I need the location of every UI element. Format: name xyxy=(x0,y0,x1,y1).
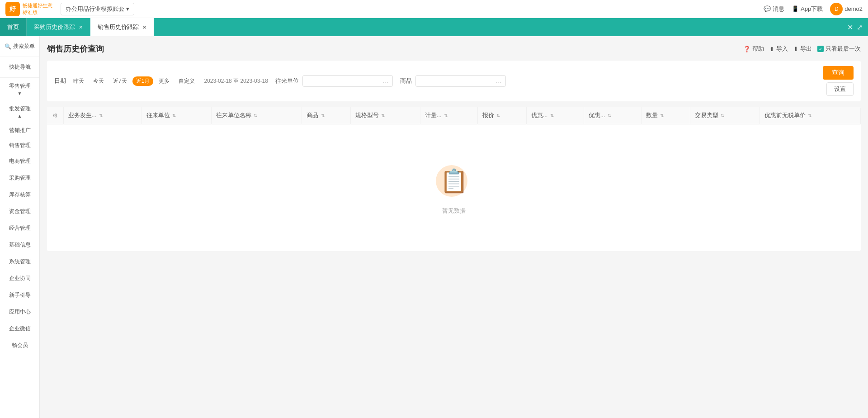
wholesale-arrow-icon: ▲ xyxy=(18,114,22,119)
sidebar-search-section: 🔍 搜索菜单 xyxy=(0,36,39,57)
product-input[interactable] xyxy=(420,78,496,85)
sidebar-item-marketing[interactable]: 营销推广 xyxy=(0,123,39,138)
shortcut-1month[interactable]: 近1月 xyxy=(132,76,154,86)
filter-bar: 日期 昨天 今天 近7天 近1月 更多 自定义 2023-02-18 至 202… xyxy=(47,61,861,101)
sort-icon: ⇅ xyxy=(660,113,664,118)
empty-text: 暂无数据 xyxy=(442,207,466,215)
sidebar: 🔍 搜索菜单 快捷导航 零售管理 ▼ 批发管理 ▲ 营销推广 销售管理 电商管理… xyxy=(0,36,40,418)
sidebar-item-quick-nav[interactable]: 快捷导航 xyxy=(0,60,39,75)
th-unit[interactable]: 计量... ⇅ xyxy=(420,107,477,124)
chevron-down-icon: ▾ xyxy=(126,5,129,12)
import-icon: ⬆ xyxy=(769,46,774,52)
unit-filter: 往来单位 ... xyxy=(275,75,393,87)
tab-purchase-history[interactable]: 采购历史价跟踪 ✕ xyxy=(27,18,90,36)
unit-input-wrap[interactable]: ... xyxy=(302,75,393,87)
sort-icon: ⇅ xyxy=(550,113,554,118)
th-quantity[interactable]: 数量 ⇅ xyxy=(641,107,690,124)
product-picker-icon[interactable]: ... xyxy=(495,77,501,85)
product-filter: 商品 ... xyxy=(400,75,506,87)
page-header-actions: ❓ 帮助 ⬆ 导入 ⬇ 导出 ✓ 只看最后一次 xyxy=(743,45,861,53)
topbar-left: 好 畅捷通好生意 标准版 办公用品行业模拟账套 ▾ xyxy=(5,2,134,16)
th-settings[interactable]: ⚙ xyxy=(47,107,63,124)
export-icon: ⬇ xyxy=(793,46,798,52)
sort-icon: ⇅ xyxy=(496,113,500,118)
sidebar-item-finance[interactable]: 资金管理 xyxy=(0,203,39,220)
sidebar-item-wechat[interactable]: 企业微信 xyxy=(0,320,39,337)
content-area: 销售历史价查询 ❓ 帮助 ⬆ 导入 ⬇ 导出 ✓ 只看最后一次 xyxy=(40,36,868,418)
date-filter: 日期 昨天 今天 近7天 近1月 更多 自定义 2023-02-18 至 202… xyxy=(54,76,268,86)
sidebar-item-system[interactable]: 系统管理 xyxy=(0,253,39,270)
date-label: 日期 xyxy=(54,77,66,85)
app-selector[interactable]: 办公用品行业模拟账套 ▾ xyxy=(61,3,134,15)
settings-button[interactable]: 设置 xyxy=(826,82,854,96)
main-layout: 🔍 搜索菜单 快捷导航 零售管理 ▼ 批发管理 ▲ 营销推广 销售管理 电商管理… xyxy=(0,36,868,418)
sidebar-item-purchase[interactable]: 采购管理 xyxy=(0,170,39,186)
sidebar-item-basic[interactable]: 基础信息 xyxy=(0,237,39,253)
only-last-checkbox[interactable]: ✓ 只看最后一次 xyxy=(817,45,861,53)
avatar: D xyxy=(830,3,843,15)
sidebar-item-appstore[interactable]: 应用中心 xyxy=(0,304,39,320)
sidebar-item-ecommerce[interactable]: 电商管理 xyxy=(0,153,39,170)
tabbar-actions: ✕ ⤢ xyxy=(847,23,868,32)
th-discount1[interactable]: 优惠... ⇅ xyxy=(526,107,584,124)
shortcut-custom[interactable]: 自定义 xyxy=(175,76,198,86)
unit-input[interactable] xyxy=(307,78,383,85)
sidebar-item-inventory[interactable]: 库存核算 xyxy=(0,186,39,203)
th-discount2[interactable]: 优惠... ⇅ xyxy=(584,107,641,124)
unit-picker-icon[interactable]: ... xyxy=(382,77,388,85)
th-pre-tax-price[interactable]: 优惠前无税单价 ⇅ xyxy=(760,107,860,124)
product-input-wrap[interactable]: ... xyxy=(415,75,506,87)
help-button[interactable]: ❓ 帮助 xyxy=(743,45,764,53)
shortcut-yesterday[interactable]: 昨天 xyxy=(70,76,88,86)
query-button[interactable]: 查询 xyxy=(823,66,854,80)
th-spec[interactable]: 规格型号 ⇅ xyxy=(350,107,420,124)
th-unit-name[interactable]: 往来单位名称 ⇅ xyxy=(211,107,302,124)
shortcut-7days[interactable]: 近7天 xyxy=(109,76,131,86)
sidebar-nav-section: 快捷导航 xyxy=(0,57,39,78)
logo-icon: 好 xyxy=(5,2,20,16)
th-trade-type[interactable]: 交易类型 ⇅ xyxy=(690,107,760,124)
search-icon: 🔍 xyxy=(5,43,11,50)
sidebar-item-sales-mgmt[interactable]: 销售管理 xyxy=(0,138,39,153)
topbar: 好 畅捷通好生意 标准版 办公用品行业模拟账套 ▾ 💬 消息 📱 App下载 D… xyxy=(0,0,868,18)
product-label: 商品 xyxy=(400,77,412,85)
tab-purchase-label: 采购历史价跟踪 xyxy=(34,23,75,31)
topbar-right: 💬 消息 📱 App下载 D demo2 xyxy=(764,3,863,15)
sidebar-item-enterprise[interactable]: 企业协同 xyxy=(0,270,39,287)
sidebar-item-vip[interactable]: 畅会员 xyxy=(0,337,39,354)
sidebar-item-wholesale[interactable]: 批发管理 ▲ xyxy=(0,100,39,123)
sidebar-item-retail[interactable]: 零售管理 ▼ xyxy=(0,78,39,100)
message-button[interactable]: 💬 消息 xyxy=(764,5,784,13)
sidebar-item-guide[interactable]: 新手引导 xyxy=(0,287,39,304)
tab-purchase-close[interactable]: ✕ xyxy=(79,24,83,30)
tab-sales-close[interactable]: ✕ xyxy=(142,24,146,30)
gear-icon[interactable]: ⚙ xyxy=(52,112,58,119)
search-menu-button[interactable]: 🔍 搜索菜单 xyxy=(4,41,36,52)
date-range-display: 2023-02-18 至 2023-03-18 xyxy=(204,77,268,85)
app-download-button[interactable]: 📱 App下载 xyxy=(792,5,823,13)
sidebar-item-operations[interactable]: 经营管理 xyxy=(0,220,39,237)
th-quote[interactable]: 报价 ⇅ xyxy=(477,107,526,124)
sort-icon: ⇅ xyxy=(444,113,448,118)
user-menu[interactable]: D demo2 xyxy=(830,3,863,15)
tab-sales-history[interactable]: 销售历史价跟踪 ✕ xyxy=(90,18,154,36)
import-button[interactable]: ⬆ 导入 xyxy=(769,45,788,53)
shortcut-more[interactable]: 更多 xyxy=(155,76,173,86)
table-wrap: ⚙ 业务发生... ⇅ 往来单位 ⇅ 往来单位名称 ⇅ xyxy=(47,107,861,251)
message-icon: 💬 xyxy=(764,5,771,12)
th-product[interactable]: 商品 ⇅ xyxy=(302,107,351,124)
sort-icon: ⇅ xyxy=(808,113,811,118)
page-title: 销售历史价查询 xyxy=(47,43,104,54)
maximize-button[interactable]: ⤢ xyxy=(857,23,863,32)
help-icon: ❓ xyxy=(743,46,750,52)
page-header: 销售历史价查询 ❓ 帮助 ⬆ 导入 ⬇ 导出 ✓ 只看最后一次 xyxy=(47,43,861,54)
tab-home[interactable]: 首页 xyxy=(0,18,27,36)
empty-icon: 📋 xyxy=(434,161,474,201)
date-shortcuts: 昨天 今天 近7天 近1月 更多 自定义 xyxy=(70,76,198,86)
th-biz-date[interactable]: 业务发生... ⇅ xyxy=(63,107,142,124)
sort-icon: ⇅ xyxy=(172,113,176,118)
shortcut-today[interactable]: 今天 xyxy=(90,76,108,86)
close-tab-button[interactable]: ✕ xyxy=(847,23,853,32)
th-unit-code[interactable]: 往来单位 ⇅ xyxy=(142,107,211,124)
export-button[interactable]: ⬇ 导出 xyxy=(793,45,812,53)
